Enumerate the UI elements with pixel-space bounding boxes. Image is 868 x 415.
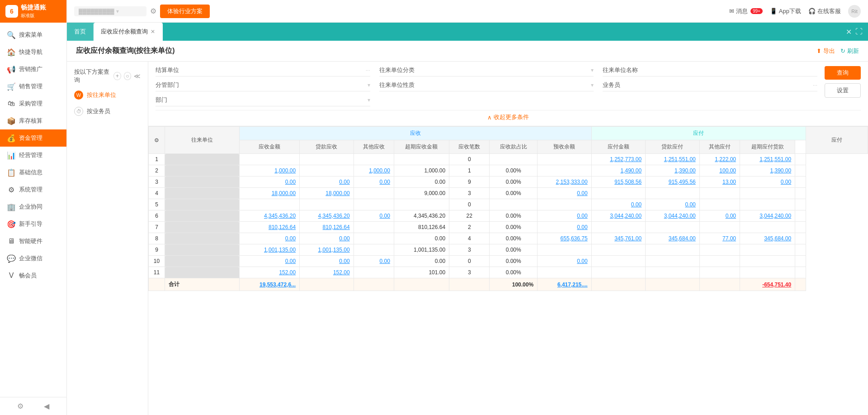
query-option-salesman[interactable]: ⏱ 按业务员 <box>67 103 148 119</box>
table-cell[interactable]: 0.00 <box>646 199 700 210</box>
collapse-scheme-icon[interactable]: ≪ <box>134 72 141 80</box>
table-cell[interactable]: 1,222.00 <box>699 154 740 165</box>
table-cell[interactable]: 77.00 <box>699 233 740 244</box>
message-btn[interactable]: ✉ 消息 99+ <box>729 7 763 15</box>
table-cell[interactable]: 0.00 <box>538 222 592 233</box>
query-button[interactable]: 查询 <box>825 66 861 80</box>
table-cell[interactable]: 345,684.00 <box>740 233 795 244</box>
table-cell[interactable]: 0.00 <box>300 176 354 188</box>
table-cell[interactable]: 4,345,436.20 <box>300 210 354 222</box>
table-cell[interactable]: 100.00 <box>699 165 740 176</box>
query-option-partner[interactable]: W 按往来单位 <box>67 87 148 103</box>
salesman-dots-icon[interactable]: ··· <box>813 82 817 88</box>
col-settings-header[interactable]: ⚙ <box>149 127 165 154</box>
table-cell[interactable]: 0.00 <box>354 210 394 222</box>
table-cell[interactable]: 915,495.56 <box>646 176 700 188</box>
table-cell[interactable]: 0.00 <box>591 199 646 210</box>
total-ar-advance[interactable]: 6,417,215.... <box>538 278 592 291</box>
refresh-button[interactable]: ↻ 刷新 <box>840 47 859 55</box>
sidebar-item-basic[interactable]: 📋 基础信息 <box>0 164 66 181</box>
table-cell[interactable]: 0.00 <box>740 176 795 188</box>
table-cell[interactable]: 0.00 <box>300 233 354 244</box>
sidebar-item-finance[interactable]: 💰 资金管理 <box>0 129 66 147</box>
table-cell[interactable]: 0.00 <box>538 210 592 222</box>
table-cell[interactable]: 345,761.00 <box>591 233 646 244</box>
table-cell[interactable]: 1,001,135.00 <box>300 244 354 256</box>
settlement-input[interactable] <box>186 67 362 74</box>
add-scheme-button[interactable]: + <box>113 72 121 80</box>
table-cell[interactable]: 4,345,436.20 <box>239 210 299 222</box>
table-cell[interactable]: 655,636.75 <box>538 233 592 244</box>
table-cell[interactable]: 1,000.00 <box>239 165 299 176</box>
settings-bottom-icon[interactable]: ⚙ <box>17 402 24 410</box>
dept-mgr-select[interactable]: ▾ <box>186 82 370 88</box>
sidebar-item-guide[interactable]: 🎯 新手引导 <box>0 215 66 233</box>
edit-scheme-button[interactable]: ○ <box>124 72 131 80</box>
address-dropdown-icon[interactable]: ▾ <box>116 8 119 14</box>
table-cell[interactable]: 1,490.00 <box>591 165 646 176</box>
table-cell[interactable]: 1,390.00 <box>646 165 700 176</box>
table-cell[interactable]: 3,044,240.00 <box>591 210 646 222</box>
user-avatar[interactable]: Rit <box>848 5 861 18</box>
sidebar-item-vip[interactable]: V 畅会员 <box>0 267 66 284</box>
table-cell[interactable]: 345,684.00 <box>646 233 700 244</box>
tab-expand-icon[interactable]: ⛶ <box>855 28 863 36</box>
table-cell[interactable]: 0.00 <box>239 233 299 244</box>
sidebar-item-inventory[interactable]: 📦 库存核算 <box>0 112 66 129</box>
address-bar[interactable]: ▓▓▓▓▓▓▓▓▓ ▾ <box>74 6 146 16</box>
table-cell[interactable]: 18,000.00 <box>300 188 354 199</box>
table-cell[interactable]: 1,251,551.00 <box>740 154 795 165</box>
table-cell[interactable]: 152.00 <box>239 267 299 278</box>
partner-name-input[interactable] <box>642 67 817 74</box>
settlement-dots-icon[interactable]: ··· <box>366 67 370 73</box>
sidebar-item-wechat[interactable]: 💬 企业微信 <box>0 250 66 267</box>
online-service-btn[interactable]: 🎧 在线客服 <box>808 7 841 15</box>
table-cell[interactable]: 0.00 <box>300 256 354 267</box>
dept-select[interactable]: ▾ <box>186 97 370 103</box>
sidebar-item-sales[interactable]: 🛒 销售管理 <box>0 78 66 95</box>
table-cell[interactable]: 13.00 <box>699 176 740 188</box>
sidebar-item-hardware[interactable]: 🖥 智能硬件 <box>0 233 66 250</box>
tab-receivable[interactable]: 应收应付余额查询 ✕ <box>94 23 163 41</box>
sidebar-item-management[interactable]: 📊 经营管理 <box>0 147 66 164</box>
table-cell[interactable]: 0.00 <box>699 210 740 222</box>
export-button[interactable]: ⬆ 导出 <box>816 47 835 55</box>
sidebar-item-purchase[interactable]: 🛍 采购管理 <box>0 95 66 112</box>
table-cell[interactable]: 915,508.56 <box>591 176 646 188</box>
table-cell[interactable]: 1,001,135.00 <box>239 244 299 256</box>
table-cell[interactable]: 0.00 <box>538 188 592 199</box>
salesman-filter-input[interactable] <box>633 82 809 89</box>
tab-close-icon[interactable]: ✕ <box>151 29 155 35</box>
table-cell[interactable]: 1,390.00 <box>740 165 795 176</box>
table-cell[interactable]: 3,044,240.00 <box>646 210 700 222</box>
solution-button[interactable]: 体验行业方案 <box>160 5 210 18</box>
table-cell[interactable]: 810,126.64 <box>239 222 299 233</box>
table-cell[interactable]: 2,153,333.00 <box>538 176 592 188</box>
tab-home[interactable]: 首页 <box>67 23 94 41</box>
tab-close-action-icon[interactable]: ✕ <box>846 28 852 36</box>
partner-nature-select[interactable]: ▾ <box>419 82 594 88</box>
total-ar-amount[interactable]: 19,553,472,6... <box>239 278 299 291</box>
sidebar-item-corp[interactable]: 🏢 企业协同 <box>0 198 66 215</box>
total-ap-overdue[interactable]: -654,751.40 <box>740 278 795 291</box>
sidebar-item-system[interactable]: ⚙ 系统管理 <box>0 181 66 198</box>
table-cell[interactable]: 1,252,773.00 <box>591 154 646 165</box>
table-cell[interactable]: 810,126.64 <box>300 222 354 233</box>
table-cell[interactable]: 3,044,240.00 <box>740 210 795 222</box>
collapse-filter-btn[interactable]: ∧ 收起更多条件 <box>156 110 861 121</box>
table-cell[interactable]: 1,251,551.00 <box>646 154 700 165</box>
settings-button[interactable]: 设置 <box>825 83 861 98</box>
table-cell[interactable]: 0.00 <box>354 256 394 267</box>
header-settings-icon[interactable]: ⚙ <box>150 7 156 15</box>
table-cell[interactable]: 0.00 <box>538 256 592 267</box>
sidebar-item-search[interactable]: 🔍 搜索菜单 <box>0 26 66 43</box>
table-cell[interactable]: 0.00 <box>239 256 299 267</box>
sidebar-item-shortcut[interactable]: 🏠 快捷导航 <box>0 43 66 61</box>
collapse-sidebar-icon[interactable]: ◀ <box>44 402 49 410</box>
partner-cat-select[interactable]: ▾ <box>419 67 594 73</box>
table-cell[interactable]: 0.00 <box>354 176 394 188</box>
table-cell[interactable]: 1,000.00 <box>354 165 394 176</box>
table-cell[interactable]: 0.00 <box>239 176 299 188</box>
table-cell[interactable]: 18,000.00 <box>239 188 299 199</box>
table-cell[interactable]: 152.00 <box>300 267 354 278</box>
